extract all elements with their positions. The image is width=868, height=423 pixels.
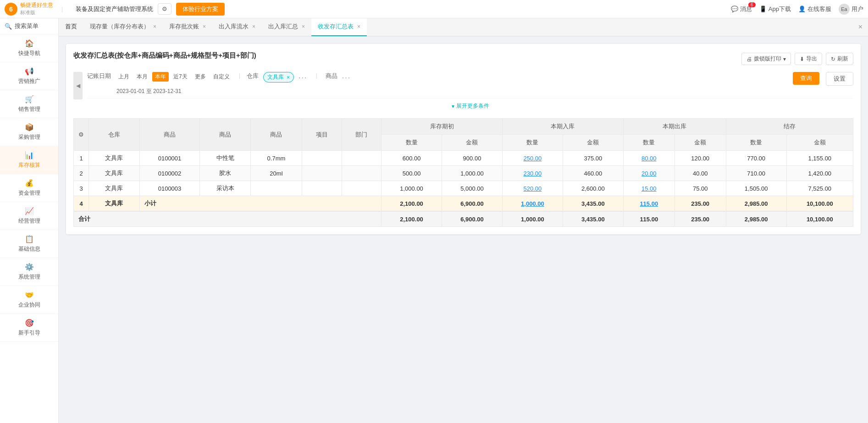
logo-number: 6 xyxy=(9,5,13,13)
date-btn-last-month[interactable]: 上月 xyxy=(116,72,132,82)
sidebar-item-basic-info[interactable]: 📋 基础信息 xyxy=(0,230,58,258)
sidebar-item-operations[interactable]: 📈 经营管理 xyxy=(0,202,58,230)
sidebar-item-sales[interactable]: 🛒 销售管理 xyxy=(0,90,58,118)
cell-warehouse: 文具库 xyxy=(89,151,140,166)
tab-inout-summary[interactable]: 出入库汇总 × xyxy=(262,18,311,36)
settings-button[interactable]: 设置 xyxy=(826,72,853,86)
cell-bal-qty: 770.00 xyxy=(726,151,786,166)
page-title: 收发存汇总表(按仓库+商品编码+商品+规格型号+项目+部门) xyxy=(73,51,256,60)
sidebar-item-purchase[interactable]: 📦 采购管理 xyxy=(0,118,58,146)
sidebar-item-quick-nav[interactable]: 🏠 快捷导航 xyxy=(0,34,58,62)
gear-button[interactable]: ⚙ xyxy=(158,3,171,15)
cell-out-qty-link[interactable]: 80.00 xyxy=(623,151,674,166)
cell-out-qty-link[interactable]: 20.00 xyxy=(623,166,674,181)
warehouse-tag-close[interactable]: × xyxy=(287,74,290,81)
subtotal-out-qty-link[interactable]: 115.00 xyxy=(623,196,674,212)
export-button[interactable]: ⬇ 导出 xyxy=(795,53,822,65)
filter-area: ◀ 记账日期 上月 本月 本年 近7天 更多 xyxy=(73,72,853,114)
total-in-amt: 3,435.00 xyxy=(563,211,623,227)
top-bar-left: 6 畅捷通好生意 标准版 | 装备及固定资产辅助管理系统 ⚙ 体验行业方案 xyxy=(5,2,225,16)
top-bar: 6 畅捷通好生意 标准版 | 装备及固定资产辅助管理系统 ⚙ 体验行业方案 💬 … xyxy=(0,0,868,18)
tab-inout-flow[interactable]: 出入库流水 × xyxy=(212,18,262,36)
filter-row-date: 记账日期 上月 本月 本年 近7天 更多 自定义 | xyxy=(87,72,853,86)
cell-spec xyxy=(251,181,302,196)
cell-in-qty-link[interactable]: 230.00 xyxy=(502,166,563,181)
sidebar-item-inventory[interactable]: 📊 库存核算 xyxy=(0,146,58,174)
date-btn-more[interactable]: 更多 xyxy=(192,72,209,82)
message-badge: 6 xyxy=(748,2,756,7)
query-button[interactable]: 查询 xyxy=(793,72,819,85)
tab-stock-dist[interactable]: 现存量（库存分布表） × xyxy=(83,18,163,36)
subtotal-out-amt: 235.00 xyxy=(674,196,726,212)
cell-out-amt: 120.00 xyxy=(674,151,726,166)
close-all-tabs[interactable]: × xyxy=(853,23,868,31)
collapse-button[interactable]: ◀ xyxy=(73,72,83,99)
print-button[interactable]: 🖨 拨锁版打印 ▾ xyxy=(741,53,791,65)
tab-stock-dist-label: 现存量（库存分布表） xyxy=(90,22,149,31)
date-btn-custom[interactable]: 自定义 xyxy=(210,72,232,82)
sidebar-item-system[interactable]: ⚙️ 系统管理 xyxy=(0,258,58,286)
cell-bal-qty: 710.00 xyxy=(726,166,786,181)
cell-in-qty-link[interactable]: 520.00 xyxy=(502,181,563,196)
sidebar-search-label: 搜索菜单 xyxy=(15,22,39,30)
tab-recv-send[interactable]: 收发存汇总表 × xyxy=(311,18,367,36)
sidebar-item-finance[interactable]: 💰 资金管理 xyxy=(0,174,58,202)
cell-in-qty-link[interactable]: 250.00 xyxy=(502,151,563,166)
date-range-text: 2023-01-01 至 2023-12-31 xyxy=(116,88,181,94)
tab-batch[interactable]: 库存批次账 × xyxy=(163,18,212,36)
enterprise-icon: 🤝 xyxy=(25,291,34,299)
warehouse-more-dots[interactable]: ... xyxy=(299,72,307,80)
user-item[interactable]: Ea 用户 xyxy=(839,4,863,15)
sidebar-item-marketing[interactable]: 📢 营销推广 xyxy=(0,62,58,90)
refresh-button[interactable]: ↻ 刷新 xyxy=(826,53,853,65)
tab-inout-flow-label: 出入库流水 xyxy=(219,22,249,31)
tab-batch-close[interactable]: × xyxy=(203,23,206,30)
th-settings[interactable]: ⚙ xyxy=(74,119,89,151)
online-service-item[interactable]: 👤 在线客服 xyxy=(798,5,831,13)
expand-row: ▾ 展开更多条件 xyxy=(87,98,853,114)
user-initial: Ea xyxy=(841,6,847,12)
tab-home[interactable]: 首页 xyxy=(59,18,83,36)
tab-recv-send-close[interactable]: × xyxy=(357,23,360,30)
print-chevron-icon: ▾ xyxy=(783,56,786,62)
subtotal-in-qty-link[interactable]: 1,000.00 xyxy=(502,196,563,212)
th-bal-qty: 数量 xyxy=(726,135,786,151)
th-spec: 商品 xyxy=(251,119,302,151)
expand-conditions-button[interactable]: ▾ 展开更多条件 xyxy=(448,100,493,112)
page-card: 收发存汇总表(按仓库+商品编码+商品+规格型号+项目+部门) 🖨 拨锁版打印 ▾… xyxy=(66,44,861,234)
total-out-qty: 115.00 xyxy=(623,211,674,227)
subtotal-label: 小计 xyxy=(139,196,381,212)
sidebar-item-enterprise[interactable]: 🤝 企业协同 xyxy=(0,286,58,314)
sidebar-label-system: 系统管理 xyxy=(18,273,40,281)
total-out-amt: 235.00 xyxy=(674,211,726,227)
date-btn-7days[interactable]: 近7天 xyxy=(171,72,190,82)
table-row: 2 文具库 0100002 胶水 20ml 500.00 1,000.00 xyxy=(74,166,853,181)
table-wrap: ⚙ 仓库 商品 商品 商品 项目 部门 库存期初 本期入库 本期出库 xyxy=(73,118,853,227)
cell-bal-qty: 1,505.00 xyxy=(726,181,786,196)
cell-name: 中性笔 xyxy=(200,151,251,166)
tab-inout-summary-label: 出入库汇总 xyxy=(268,22,298,31)
print-icon: 🖨 xyxy=(746,56,752,62)
date-btn-this-month[interactable]: 本月 xyxy=(134,72,150,82)
sidebar-label-sales: 销售管理 xyxy=(18,105,40,113)
logo-text-area: 畅捷通好生意 标准版 xyxy=(20,2,53,16)
tab-stock-dist-close[interactable]: × xyxy=(153,23,156,30)
date-btn-this-year[interactable]: 本年 xyxy=(152,72,169,82)
tab-inout-summary-close[interactable]: × xyxy=(302,23,305,30)
app-download-item[interactable]: 📱 App下载 xyxy=(759,5,791,13)
subtotal-in-amt: 3,435.00 xyxy=(563,196,623,212)
cell-in-amt: 460.00 xyxy=(563,166,623,181)
cell-spec: 0.7mm xyxy=(251,151,302,166)
goods-more-dots[interactable]: ... xyxy=(342,72,351,80)
tab-inout-flow-close[interactable]: × xyxy=(252,23,255,30)
data-table: ⚙ 仓库 商品 商品 商品 项目 部门 库存期初 本期入库 本期出库 xyxy=(73,118,853,227)
cell-out-amt: 75.00 xyxy=(674,181,726,196)
message-item[interactable]: 💬 消息 6 xyxy=(731,5,752,13)
sidebar-item-search[interactable]: 🔍 搜索菜单 xyxy=(0,18,58,34)
tab-home-label: 首页 xyxy=(65,22,77,31)
try-industry-button[interactable]: 体验行业方案 xyxy=(176,3,225,16)
cell-out-qty-link[interactable]: 15.00 xyxy=(623,181,674,196)
sidebar-item-newbie[interactable]: 🎯 新手引导 xyxy=(0,314,58,342)
th-group-init: 库存期初 xyxy=(381,119,503,135)
cell-init-qty: 600.00 xyxy=(381,151,442,166)
